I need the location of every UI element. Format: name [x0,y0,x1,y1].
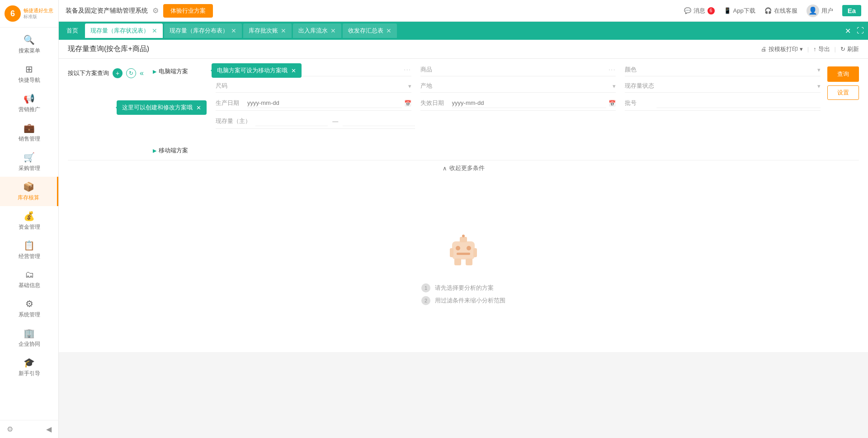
sidebar-bottom: ⚙ ◀ [0,420,58,438]
tab-inventory-distribution[interactable]: 现存量（库存分布表） ✕ [164,24,242,38]
tab-inventory-status[interactable]: 现存量（库存状况表） ✕ [85,24,163,38]
tab-close-all-btn[interactable]: ✕ [843,25,853,37]
tab-in-out-flow-label: 出入库流水 [298,27,328,35]
print-dropdown-icon: ▾ [800,46,803,52]
empty-step-2: 2 用过滤条件来缩小分析范围 [421,296,505,305]
tooltip-modify-scheme: 这里可以创建和修改方案哦 ✕ [117,100,207,115]
header-gear-icon[interactable]: ⚙ [152,6,159,15]
filter-field-batch-no: 批号 [625,98,821,111]
tab-receive-send-summary[interactable]: 收发存汇总表 ✕ [343,24,397,38]
system-icon: ⚙ [25,298,33,309]
sidebar-menu: 🔍 搜索菜单 ⊞ 快捷导航 📢 营销推广 💼 销售管理 🛒 采购管理 📦 库存核… [0,28,58,420]
refresh-btn[interactable]: ↻ 刷新 [840,45,859,53]
size-dropdown-icon[interactable]: ▾ [408,83,411,89]
quick-nav-icon: ⊞ [25,64,33,75]
sidebar-item-label: 快捷导航 [19,76,40,84]
stock-qty-max-input[interactable] [343,116,415,126]
sidebar-item-search-menu[interactable]: 🔍 搜索菜单 [0,30,58,59]
scheme-mobile[interactable]: ▶ 移动端方案 [153,145,207,156]
color-dropdown-icon[interactable]: ▾ [817,66,821,73]
trial-btn[interactable]: 体验行业方案 [163,4,213,18]
batch-no-input[interactable] [656,98,821,108]
user-btn[interactable]: 👤 用户 [807,5,833,17]
produce-date-input[interactable] [247,98,402,108]
empty-step-1: 1 请先选择要分析的方案 [421,283,505,292]
sidebar-collapse-icon[interactable]: ◀ [46,425,52,433]
search-btn[interactable]: 查询 [827,66,859,82]
sidebar-item-sales[interactable]: 💼 销售管理 [0,118,58,147]
sidebar-item-guide[interactable]: 🎓 新手引导 [0,353,58,382]
sidebar-item-operation[interactable]: 📋 经营管理 [0,235,58,265]
collapse-bar[interactable]: ∧ 收起更多条件 [68,160,859,176]
operation-icon: 📋 [24,240,35,251]
sidebar-item-system[interactable]: ⚙ 系统管理 [0,294,58,323]
empty-state-illustration [441,228,486,273]
tab-fullscreen-btn[interactable]: ⛶ [855,25,866,37]
sales-icon: 💼 [24,122,35,133]
marketing-icon: 📢 [24,93,35,104]
sidebar-settings-icon[interactable]: ⚙ [7,425,13,433]
tab-in-out-flow-close[interactable]: ✕ [330,27,336,34]
app-download-btn[interactable]: 📱 App下载 [724,7,755,15]
online-support-btn[interactable]: 🎧 在线客服 [764,7,797,15]
filter-field-produce-date: 生产日期 📅 [216,98,411,111]
print-btn[interactable]: 🖨 按模板打印 ▾ [761,45,803,53]
expire-date-label: 失效日期 [420,99,450,107]
sidebar-item-marketing[interactable]: 📢 营销推广 [0,89,58,118]
notification-btn[interactable]: 💬 消息 6 [684,7,715,15]
filter-field-size: 尺码 ▾ [216,82,411,93]
goods-label: 商品 [420,66,450,74]
user-avatar-icon: 👤 [807,5,819,17]
expire-date-calendar-icon[interactable]: 📅 [609,100,616,107]
expire-date-input[interactable] [452,98,607,108]
filter-add-btn[interactable]: + [113,68,123,78]
tab-inventory-status-close[interactable]: ✕ [152,27,157,34]
tab-batch-account[interactable]: 库存批次账 ✕ [243,24,292,38]
sidebar-item-finance[interactable]: 💰 资金管理 [0,206,58,235]
origin-label: 产地 [420,82,450,90]
finance-icon: 💰 [24,211,35,221]
produce-date-calendar-icon[interactable]: 📅 [404,100,411,107]
svg-point-2 [467,246,471,250]
sidebar-item-label: 搜索菜单 [19,47,40,55]
tab-in-out-flow[interactable]: 出入库流水 ✕ [293,24,341,38]
tab-home[interactable]: 首页 [61,24,84,38]
batch-no-label: 批号 [625,99,654,107]
filter-cycle-btn[interactable]: ↻ [126,68,136,78]
tooltip-modify-close[interactable]: ✕ [196,104,201,111]
page-title: 现存量查询(按仓库+商品) [68,44,149,54]
sidebar-item-quick-nav[interactable]: ⊞ 快捷导航 [0,59,58,89]
empty-state: 1 请先选择要分析的方案 2 用过滤条件来缩小分析范围 [59,180,868,352]
svg-rect-8 [454,259,461,265]
sidebar: 6 畅捷通好生意 标准版 🔍 搜索菜单 ⊞ 快捷导航 📢 营销推广 💼 销售管理… [0,0,59,438]
filter-arrow-left[interactable]: « [140,69,144,77]
filter-field-origin: 产地 ▾ [420,82,616,93]
sidebar-logo: 6 畅捷通好生意 标准版 [0,0,58,28]
sidebar-item-inventory[interactable]: 📦 库存核算 [0,177,58,206]
stock-status-dropdown-icon[interactable]: ▾ [817,83,821,89]
svg-point-5 [462,235,465,237]
logo-text: 畅捷通好生意 [24,7,53,14]
filter-panel: 按以下方案查询 + ↻ « ▶ 电脑端方案 [59,59,868,180]
goods-dots[interactable]: ··· [609,66,616,73]
origin-dropdown-icon[interactable]: ▾ [613,83,616,89]
sidebar-item-basic-info[interactable]: 🗂 基础信息 [0,265,58,294]
svg-rect-3 [457,253,470,255]
svg-point-1 [456,246,460,250]
sidebar-item-purchase[interactable]: 🛒 采购管理 [0,147,58,177]
user-label: 用户 [821,7,833,15]
sidebar-item-enterprise[interactable]: 🏢 企业协同 [0,323,58,353]
tab-home-label: 首页 [66,27,78,35]
export-btn[interactable]: ↑ 导出 [813,45,830,53]
logo-icon: 6 [5,5,21,22]
step-2-num: 2 [421,296,430,305]
tab-inventory-distribution-close[interactable]: ✕ [231,27,236,34]
reset-btn[interactable]: 设置 [827,85,859,100]
filter-header-label: 按以下方案查询 [68,69,109,77]
stock-qty-min-input[interactable] [255,116,328,126]
tab-batch-account-close[interactable]: ✕ [281,27,286,34]
tab-receive-send-summary-close[interactable]: ✕ [386,27,392,34]
scheme-desktop[interactable]: ▶ 电脑端方案 [153,66,207,77]
tooltip-desktop-close[interactable]: ✕ [291,67,296,74]
warehouse-dots[interactable]: ··· [404,66,411,73]
